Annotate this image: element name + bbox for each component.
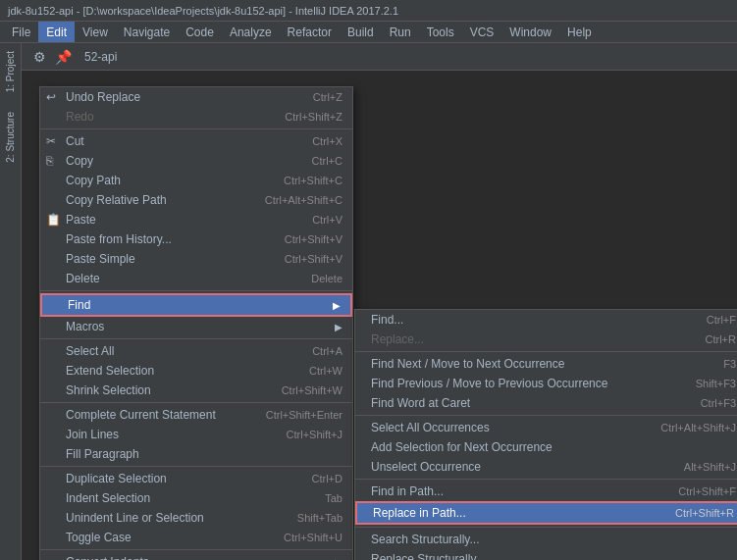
submenu-find-word[interactable]: Find Word at Caret Ctrl+F3 [355,393,737,413]
paste-shortcut: Ctrl+V [312,214,342,226]
separator-3 [40,338,352,339]
menu-delete[interactable]: Delete Delete [40,269,352,288]
paste-icon: 📋 [46,213,61,227]
menu-indent-selection[interactable]: Indent Selection Tab [40,488,352,508]
menu-unindent[interactable]: Unindent Line or Selection Shift+Tab [40,508,352,528]
menu-view[interactable]: View [75,22,116,42]
find-prev-label: Find Previous / Move to Previous Occurre… [371,377,607,390]
replace-shortcut: Ctrl+R [706,333,736,345]
paste-simple-label: Paste Simple [66,252,135,266]
copy-relative-path-label: Copy Relative Path [66,193,167,207]
menu-help[interactable]: Help [559,22,600,42]
submenu-find[interactable]: Find... Ctrl+F [355,310,737,330]
title-bar: jdk-8u152-api - [D:\workspace\IdeaProjec… [0,0,737,22]
unselect-occ-shortcut: Alt+Shift+J [684,461,736,473]
replace-in-path-label: Replace in Path... [373,506,466,520]
menu-analyze[interactable]: Analyze [222,22,280,42]
pin-icon[interactable]: 📌 [53,47,73,67]
indent-selection-shortcut: Tab [325,492,342,504]
menu-copy-relative-path[interactable]: Copy Relative Path Ctrl+Alt+Shift+C [40,190,352,210]
submenu-unselect-occ[interactable]: Unselect Occurrence Alt+Shift+J [355,457,737,477]
menu-undo[interactable]: ↩ Undo Replace Ctrl+Z [40,87,352,107]
menu-select-all[interactable]: Select All Ctrl+A [40,341,352,361]
menu-run[interactable]: Run [382,22,419,42]
select-all-occ-shortcut: Ctrl+Alt+Shift+J [660,422,736,433]
submenu-replace-structurally[interactable]: Replace Structurally... [355,549,737,560]
menu-macros[interactable]: Macros ▶ [40,317,352,336]
submenu-search-structurally[interactable]: Search Structurally... [355,530,737,549]
convert-indents-label: Convert Indents [66,555,149,560]
cut-shortcut: Ctrl+X [312,135,342,147]
find-dots-shortcut: Ctrl+F [707,314,736,326]
copy-path-label: Copy Path [66,174,121,187]
menu-window[interactable]: Window [501,22,559,42]
menu-vcs[interactable]: VCS [462,22,502,42]
submenu-select-all-occ[interactable]: Select All Occurrences Ctrl+Alt+Shift+J [355,418,737,437]
submenu-add-selection[interactable]: Add Selection for Next Occurrence [355,437,737,457]
submenu-find-in-path[interactable]: Find in Path... Ctrl+Shift+F [355,482,737,501]
menu-copy-path[interactable]: Copy Path Ctrl+Shift+C [40,171,352,190]
menu-duplicate-selection[interactable]: Duplicate Selection Ctrl+D [40,469,352,488]
dropdown-overlay: ↩ Undo Replace Ctrl+Z Redo Ctrl+Shift+Z … [22,86,737,560]
find-in-path-label: Find in Path... [371,484,444,498]
menu-code[interactable]: Code [178,22,222,42]
submenu-find-next[interactable]: Find Next / Move to Next Occurrence F3 [355,354,737,374]
find-sep-2 [355,415,737,416]
convert-indents-arrow-icon: ▶ [335,557,342,561]
duplicate-selection-label: Duplicate Selection [66,472,167,485]
menu-convert-indents[interactable]: Convert Indents ▶ [40,552,352,560]
sidebar-panel: 1: Project 2: Structure [0,43,22,560]
redo-label: Redo [66,110,94,124]
menu-tools[interactable]: Tools [419,22,462,42]
menu-paste-simple[interactable]: Paste Simple Ctrl+Shift+V [40,249,352,269]
menu-fill-paragraph[interactable]: Fill Paragraph [40,444,352,464]
toggle-case-label: Toggle Case [66,531,132,544]
menu-file[interactable]: File [4,22,38,42]
menu-paste[interactable]: 📋 Paste Ctrl+V [40,210,352,229]
menu-paste-history[interactable]: Paste from History... Ctrl+Shift+V [40,229,352,249]
gear-icon[interactable]: ⚙ [29,47,49,67]
find-word-shortcut: Ctrl+F3 [701,397,736,409]
select-all-label: Select All [66,344,114,358]
menu-cut[interactable]: ✂ Cut Ctrl+X [40,131,352,151]
menu-toggle-case[interactable]: Toggle Case Ctrl+Shift+U [40,528,352,547]
redo-shortcut: Ctrl+Shift+Z [285,111,342,123]
find-prev-shortcut: Shift+F3 [696,378,736,389]
menu-copy[interactable]: ⎘ Copy Ctrl+C [40,151,352,171]
menu-edit[interactable]: Edit [38,22,75,42]
macros-label: Macros [66,320,104,333]
select-all-shortcut: Ctrl+A [312,345,342,357]
menu-shrink-selection[interactable]: Shrink Selection Ctrl+Shift+W [40,381,352,400]
menu-navigate[interactable]: Navigate [116,22,178,42]
search-struct-label: Search Structurally... [371,533,479,546]
paste-label: Paste [66,213,96,227]
editor-api-text: 52-api [84,50,117,64]
find-next-shortcut: F3 [723,358,736,370]
undo-shortcut: Ctrl+Z [313,91,342,103]
structure-label: 2: Structure [5,112,16,163]
macros-arrow-icon: ▶ [335,322,342,332]
join-lines-shortcut: Ctrl+Shift+J [287,429,342,440]
find-word-label: Find Word at Caret [371,396,470,410]
submenu-find-prev[interactable]: Find Previous / Move to Previous Occurre… [355,374,737,393]
editor-area: ⚙ 📌 52-api ↩ Undo Replace Ctrl+Z Redo Ct… [22,43,737,560]
menu-redo[interactable]: Redo Ctrl+Shift+Z [40,107,352,127]
duplicate-selection-shortcut: Ctrl+D [312,473,342,484]
separator-4 [40,402,352,403]
menu-extend-selection[interactable]: Extend Selection Ctrl+W [40,361,352,381]
submenu-replace[interactable]: Replace... Ctrl+R [355,330,737,349]
menu-complete-statement[interactable]: Complete Current Statement Ctrl+Shift+En… [40,405,352,425]
paste-simple-shortcut: Ctrl+Shift+V [285,253,342,265]
extend-selection-label: Extend Selection [66,364,154,378]
select-all-occ-label: Select All Occurrences [371,421,490,434]
menu-find[interactable]: Find ▶ [40,293,352,317]
paste-history-label: Paste from History... [66,232,172,246]
menu-build[interactable]: Build [340,22,382,42]
copy-relative-path-shortcut: Ctrl+Alt+Shift+C [265,194,342,206]
unindent-label: Unindent Line or Selection [66,511,204,525]
find-label: Find [68,298,90,312]
menu-refactor[interactable]: Refactor [280,22,340,42]
find-next-label: Find Next / Move to Next Occurrence [371,357,564,371]
menu-join-lines[interactable]: Join Lines Ctrl+Shift+J [40,425,352,444]
submenu-replace-in-path[interactable]: Replace in Path... Ctrl+Shift+R [355,501,737,525]
